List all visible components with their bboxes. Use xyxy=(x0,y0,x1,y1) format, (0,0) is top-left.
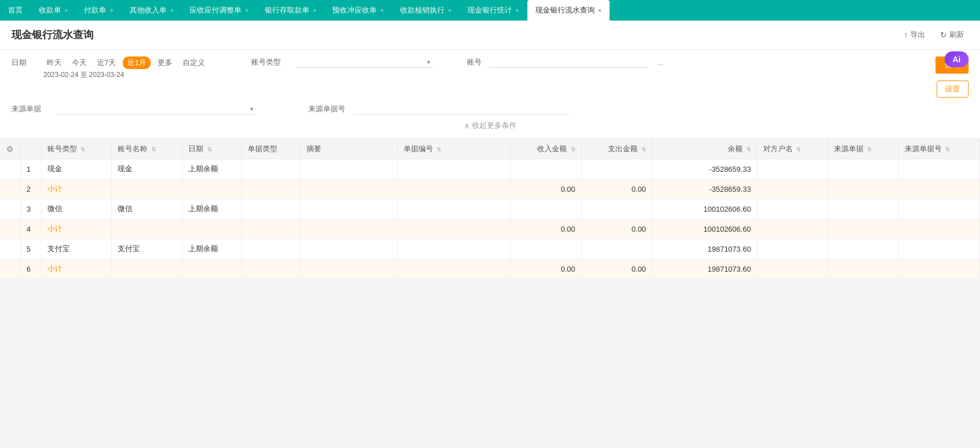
nav-tab-6[interactable]: 收款核销执行 × xyxy=(392,0,459,21)
account-input[interactable] xyxy=(489,56,635,67)
collapse-bar[interactable]: ∧ 收起更多条件 xyxy=(11,118,969,132)
source-doc-num-input[interactable] xyxy=(353,103,570,114)
row-source-doc-no xyxy=(898,159,979,179)
table-row[interactable]: 5支付宝支付宝上期余额19871073.60 xyxy=(0,239,980,259)
table-row[interactable]: 6小计0.000.0019871073.60 xyxy=(0,259,980,279)
row-account-type: 现金 xyxy=(41,159,112,179)
col-account-type[interactable]: 账号类型 ⇅ xyxy=(41,139,112,159)
row-expense: 0.00 xyxy=(581,219,652,239)
col-source-doc-no[interactable]: 来源单据号 ⇅ xyxy=(898,139,979,159)
col-balance[interactable]: 余额 ⇅ xyxy=(652,139,757,159)
table-row[interactable]: 2小计0.000.00-3528659.33 xyxy=(0,179,980,199)
col-account-type-label: 账号类型 xyxy=(47,144,77,153)
row-doc-type xyxy=(241,259,300,279)
col-index xyxy=(21,139,41,159)
row-doc-type xyxy=(241,179,300,199)
settings-col-header[interactable]: ⚙ xyxy=(0,139,21,159)
row-account-type: 支付宝 xyxy=(41,239,112,259)
nav-tab-3[interactable]: 应收应付调整单 × xyxy=(182,0,256,21)
col-summary[interactable]: 摘要 xyxy=(300,139,397,159)
row-account-name: 微信 xyxy=(112,199,183,219)
settings-button[interactable]: 设置 xyxy=(937,80,969,98)
row-doc-type xyxy=(241,239,300,259)
row-date xyxy=(183,259,241,279)
account-type-select[interactable]: 现金 微信 支付宝 xyxy=(296,56,433,67)
data-table: ⚙ 账号类型 ⇅ 账号名称 ⇅ 日期 ⇅ 单据类型 xyxy=(0,139,980,279)
nav-tab-7[interactable]: 现金银行统计 × xyxy=(459,0,527,21)
row-source-doc-no xyxy=(898,219,979,239)
account-dots[interactable]: ... xyxy=(658,58,664,67)
close-icon[interactable]: × xyxy=(64,7,68,14)
ai-button[interactable]: Ai xyxy=(945,51,969,67)
close-icon[interactable]: × xyxy=(515,7,519,14)
close-icon[interactable]: × xyxy=(380,7,384,14)
col-expense[interactable]: 支出金额 ⇅ xyxy=(581,139,652,159)
sort-icon: ⇅ xyxy=(80,146,85,152)
row-date: 上期余额 xyxy=(183,199,241,219)
row-date xyxy=(183,219,241,239)
refresh-button[interactable]: ↻ 刷新 xyxy=(935,27,969,42)
collapse-up-icon: ∧ xyxy=(464,122,470,130)
nav-tab-8[interactable]: 现金银行流水查询 × xyxy=(527,0,610,21)
col-doc-no[interactable]: 单据编号 ⇅ xyxy=(397,139,510,159)
row-source-doc xyxy=(828,199,898,219)
row-income: 0.00 xyxy=(510,259,581,279)
sort-icon: ⇅ xyxy=(437,146,441,152)
source-doc-select[interactable] xyxy=(56,103,256,114)
col-doc-type[interactable]: 单据类型 xyxy=(241,139,300,159)
close-icon[interactable]: × xyxy=(110,7,113,14)
col-account-name[interactable]: 账号名称 ⇅ xyxy=(112,139,183,159)
row-expense xyxy=(581,239,652,259)
nav-tab-4[interactable]: 银行存取款单 × xyxy=(257,0,324,21)
table-row[interactable]: 3微信微信上期余额100102606.60 xyxy=(0,199,980,219)
date-btn-custom[interactable]: 自定义 xyxy=(179,56,208,69)
col-source-doc[interactable]: 来源单据 ⇅ xyxy=(828,139,898,159)
row-account-name: 支付宝 xyxy=(112,239,183,259)
sort-icon: ⇅ xyxy=(151,146,156,152)
close-icon[interactable]: × xyxy=(245,7,248,14)
row-balance: 100102606.60 xyxy=(652,219,757,239)
nav-home[interactable]: 首页 xyxy=(0,0,31,21)
row-index: 6 xyxy=(21,259,41,279)
row-counterpart xyxy=(757,179,828,199)
close-icon[interactable]: × xyxy=(313,7,316,14)
row-income xyxy=(510,199,581,219)
date-btn-yesterday[interactable]: 昨天 xyxy=(43,56,65,69)
table-row[interactable]: 1现金现金上期余额-3528659.33 xyxy=(0,159,980,179)
date-btn-7days[interactable]: 近7天 xyxy=(94,56,119,69)
source-doc-label: 来源单据 xyxy=(11,104,46,114)
col-counterpart[interactable]: 对方户名 ⇅ xyxy=(757,139,828,159)
row-source-doc xyxy=(828,159,898,179)
close-icon[interactable]: × xyxy=(170,7,174,14)
row-source-doc-no xyxy=(898,199,979,219)
col-income[interactable]: 收入金额 ⇅ xyxy=(510,139,581,159)
date-btn-more[interactable]: 更多 xyxy=(154,56,176,69)
row-expense xyxy=(581,199,652,219)
date-btn-today[interactable]: 今天 xyxy=(68,56,90,69)
row-settings xyxy=(0,199,21,219)
row-income xyxy=(510,239,581,259)
sort-icon: ⇅ xyxy=(945,146,950,152)
row-source-doc xyxy=(828,179,898,199)
row-balance: -3528659.33 xyxy=(652,179,757,199)
export-button[interactable]: ↑ 导出 xyxy=(900,27,930,42)
nav-tab-0[interactable]: 收款单 × xyxy=(31,0,76,21)
nav-tab-2[interactable]: 其他收入单 × xyxy=(122,0,182,21)
row-date: 上期余额 xyxy=(183,159,241,179)
source-doc-num-label: 来源单据号 xyxy=(308,104,348,114)
row-counterpart xyxy=(757,259,828,279)
row-counterpart xyxy=(757,219,828,239)
nav-tab-1[interactable]: 付款单 × xyxy=(76,0,121,21)
table-wrap: ⚙ 账号类型 ⇅ 账号名称 ⇅ 日期 ⇅ 单据类型 xyxy=(0,139,980,279)
row-date xyxy=(183,179,241,199)
close-icon[interactable]: × xyxy=(598,7,602,14)
row-settings xyxy=(0,219,21,239)
row-balance: -3528659.33 xyxy=(652,159,757,179)
close-icon[interactable]: × xyxy=(448,7,451,14)
row-date: 上期余额 xyxy=(183,239,241,259)
nav-tab-5[interactable]: 预收冲应收单 × xyxy=(324,0,392,21)
col-date[interactable]: 日期 ⇅ xyxy=(183,139,241,159)
table-row[interactable]: 4小计0.000.00100102606.60 xyxy=(0,219,980,239)
date-btn-1month[interactable]: 近1月 xyxy=(123,56,151,69)
row-expense xyxy=(581,159,652,179)
